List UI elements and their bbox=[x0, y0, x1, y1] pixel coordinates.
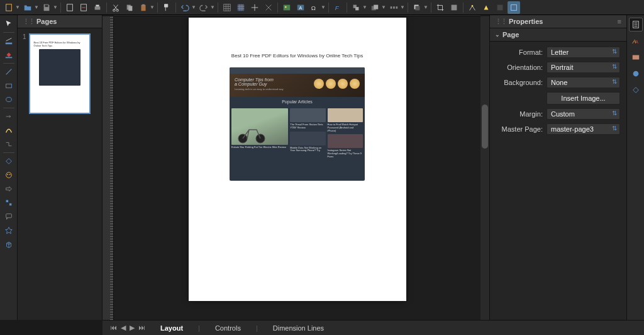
format-select[interactable]: Letter bbox=[547, 47, 620, 58]
gallery-tab-icon[interactable] bbox=[629, 50, 643, 64]
stars-icon[interactable] bbox=[2, 224, 16, 237]
curve-tool-icon[interactable] bbox=[2, 124, 16, 137]
navigator-tab-icon[interactable] bbox=[629, 67, 643, 81]
new-doc-icon[interactable] bbox=[3, 1, 15, 14]
crop-icon[interactable] bbox=[434, 1, 447, 14]
last-page-icon[interactable]: ⏭ bbox=[138, 324, 145, 332]
shapes-tab-icon[interactable] bbox=[629, 83, 643, 97]
svg-text:A: A bbox=[635, 40, 638, 44]
export-pdf-icon[interactable] bbox=[64, 1, 76, 14]
special-char-icon[interactable]: Ω bbox=[308, 1, 321, 14]
ellipse-tool-icon[interactable] bbox=[2, 93, 16, 106]
svg-rect-14 bbox=[284, 4, 291, 10]
svg-rect-1 bbox=[45, 4, 48, 7]
arrange-icon[interactable] bbox=[369, 1, 381, 14]
basic-shapes-icon[interactable] bbox=[2, 155, 16, 168]
align-icon[interactable] bbox=[350, 1, 362, 14]
vertical-ruler[interactable] bbox=[103, 16, 114, 320]
insert-image-icon[interactable] bbox=[280, 1, 293, 14]
copy-icon[interactable] bbox=[123, 1, 136, 14]
textbox-icon[interactable]: A bbox=[294, 1, 307, 14]
print-icon[interactable] bbox=[91, 1, 104, 14]
tab-dimension-lines[interactable]: Dimension Lines bbox=[269, 324, 328, 332]
document-title-text: Best 10 Free PDF Editors for Windows by … bbox=[231, 53, 363, 59]
helplines-icon[interactable] bbox=[262, 1, 275, 14]
svg-rect-21 bbox=[355, 7, 358, 10]
toggle-icon[interactable] bbox=[494, 1, 506, 14]
margin-select[interactable]: Custom bbox=[547, 108, 620, 120]
background-select[interactable]: None bbox=[547, 77, 620, 88]
dropdown-icon[interactable]: ▼ bbox=[150, 4, 155, 10]
orientation-label: Orientation: bbox=[496, 64, 543, 71]
tab-controls[interactable]: Controls bbox=[211, 324, 245, 332]
cut-icon[interactable] bbox=[109, 1, 122, 14]
dropdown-icon[interactable]: ▼ bbox=[423, 4, 428, 10]
dropdown-icon[interactable]: ▼ bbox=[321, 4, 326, 10]
svg-rect-42 bbox=[6, 214, 11, 218]
svg-rect-28 bbox=[415, 6, 419, 10]
dropdown-icon[interactable]: ▼ bbox=[191, 4, 196, 10]
callout-icon[interactable] bbox=[2, 210, 16, 223]
svg-rect-9 bbox=[128, 6, 132, 11]
undo-icon[interactable] bbox=[179, 1, 191, 14]
dropdown-icon[interactable]: ▼ bbox=[381, 4, 386, 10]
clone-format-icon[interactable] bbox=[160, 1, 173, 14]
master-page-select[interactable]: master-page3 bbox=[547, 123, 620, 135]
dropdown-icon[interactable]: ▼ bbox=[34, 4, 39, 10]
symbol-shapes-icon[interactable] bbox=[2, 169, 16, 181]
line-tool-icon[interactable] bbox=[2, 65, 16, 78]
filter-icon[interactable] bbox=[448, 1, 460, 14]
line-color-icon[interactable] bbox=[2, 35, 16, 47]
shadow-icon[interactable] bbox=[411, 1, 423, 14]
distribute-icon[interactable] bbox=[387, 1, 400, 14]
dropdown-icon[interactable]: ▼ bbox=[15, 4, 20, 10]
dropdown-icon[interactable]: ▼ bbox=[362, 4, 367, 10]
svg-rect-5 bbox=[96, 4, 99, 6]
grid-icon[interactable] bbox=[221, 1, 233, 14]
properties-tab-icon[interactable] bbox=[629, 18, 643, 31]
orientation-select[interactable]: Portrait bbox=[547, 62, 620, 73]
open-icon[interactable] bbox=[21, 1, 34, 14]
svg-rect-41 bbox=[9, 203, 11, 206]
svg-rect-24 bbox=[391, 6, 392, 9]
page-section-header[interactable]: ⌄Page bbox=[490, 28, 626, 42]
document-canvas[interactable]: Best 10 Free PDF Editors for Windows by … bbox=[114, 16, 480, 320]
page-thumbnail[interactable]: Best 10 Free PDF Editors for Windows by … bbox=[29, 33, 91, 114]
document-page[interactable]: Best 10 Free PDF Editors for Windows by … bbox=[189, 18, 406, 301]
svg-point-37 bbox=[6, 173, 11, 178]
paste-icon[interactable] bbox=[137, 1, 150, 14]
draw-functions-icon[interactable] bbox=[508, 1, 520, 14]
fill-color-icon[interactable] bbox=[2, 48, 16, 61]
svg-rect-31 bbox=[497, 4, 503, 10]
fontwork-icon[interactable]: F bbox=[331, 1, 344, 14]
3d-objects-icon[interactable] bbox=[2, 238, 16, 251]
arrow-tool-icon[interactable] bbox=[2, 110, 16, 123]
first-page-icon[interactable]: ⏮ bbox=[110, 324, 117, 332]
connector-tool-icon[interactable] bbox=[2, 138, 16, 150]
snap-grid-icon[interactable] bbox=[235, 1, 247, 14]
save-icon[interactable] bbox=[40, 1, 53, 14]
rect-tool-icon[interactable] bbox=[2, 79, 16, 92]
svg-point-30 bbox=[472, 5, 474, 7]
tab-layout[interactable]: Layout bbox=[157, 324, 187, 332]
svg-rect-35 bbox=[6, 84, 11, 88]
background-label: Background: bbox=[496, 79, 543, 86]
prev-page-icon[interactable]: ◀ bbox=[121, 324, 126, 332]
select-tool-icon[interactable] bbox=[2, 18, 16, 30]
styles-tab-icon[interactable]: AA bbox=[629, 34, 643, 48]
redo-icon[interactable] bbox=[197, 1, 210, 14]
insert-image-button[interactable]: Insert Image... bbox=[547, 92, 620, 105]
dropdown-icon[interactable]: ▼ bbox=[400, 4, 405, 10]
dropdown-icon[interactable]: ▼ bbox=[210, 4, 215, 10]
extrusion-icon[interactable] bbox=[480, 1, 492, 14]
dropdown-icon[interactable]: ▼ bbox=[53, 4, 58, 10]
vertical-scrollbar[interactable] bbox=[480, 16, 489, 320]
svg-point-49 bbox=[633, 71, 638, 77]
guides-icon[interactable] bbox=[248, 1, 261, 14]
export-icon[interactable] bbox=[77, 1, 90, 14]
svg-rect-26 bbox=[396, 6, 398, 9]
block-arrows-icon[interactable] bbox=[2, 183, 16, 195]
gluepoints-icon[interactable] bbox=[466, 1, 479, 14]
next-page-icon[interactable]: ▶ bbox=[130, 324, 135, 332]
flowchart-icon[interactable] bbox=[2, 196, 16, 209]
